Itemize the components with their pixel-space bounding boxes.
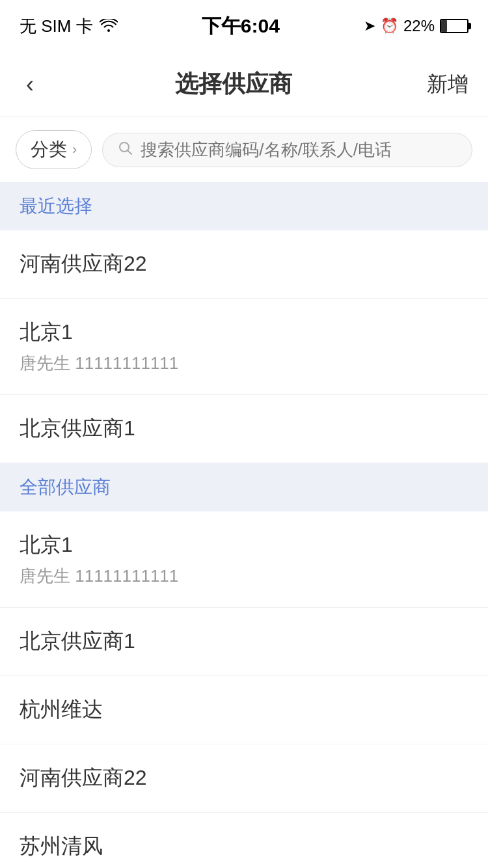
list-item[interactable]: 杭州维达 <box>0 676 488 744</box>
status-left: 无 SIM 卡 <box>20 15 118 38</box>
category-filter-button[interactable]: 分类 › <box>16 130 92 169</box>
page-title: 选择供应商 <box>175 68 292 100</box>
list-item[interactable]: 北京1唐先生 11111111111 <box>0 299 488 395</box>
alarm-icon: ⏰ <box>381 18 398 34</box>
item-name: 北京供应商1 <box>20 627 468 656</box>
chevron-icon: › <box>72 141 77 158</box>
list-item[interactable]: 北京供应商1 <box>0 608 488 676</box>
status-bar: 无 SIM 卡 下午6:04 ➤ ⏰ 22% <box>0 0 488 52</box>
status-time: 下午6:04 <box>202 13 280 40</box>
list-container: 最近选择河南供应商22北京1唐先生 11111111111北京供应商1全部供应商… <box>0 182 488 868</box>
add-button[interactable]: 新增 <box>427 70 468 99</box>
wifi-icon <box>100 16 118 36</box>
category-label: 分类 <box>31 137 67 162</box>
filter-bar: 分类 › <box>0 117 488 182</box>
battery-icon <box>440 19 468 33</box>
list-item[interactable]: 河南供应商22 <box>0 744 488 813</box>
item-name: 河南供应商22 <box>20 250 468 278</box>
item-name: 北京1 <box>20 318 468 347</box>
search-icon <box>117 140 133 160</box>
nav-bar: ‹ 选择供应商 新增 <box>0 52 488 117</box>
list-item[interactable]: 北京1唐先生 11111111111 <box>0 511 488 608</box>
section-header-all: 全部供应商 <box>0 463 488 511</box>
back-button[interactable]: ‹ <box>20 64 40 105</box>
battery-label: 22% <box>403 17 435 35</box>
search-box[interactable] <box>102 133 472 167</box>
status-right: ➤ ⏰ 22% <box>364 17 468 35</box>
list-item[interactable]: 苏州清风 <box>0 813 488 868</box>
list-item[interactable]: 河南供应商22 <box>0 230 488 299</box>
item-name: 北京1 <box>20 531 468 560</box>
section-header-recent: 最近选择 <box>0 182 488 230</box>
list-item[interactable]: 北京供应商1 <box>0 395 488 463</box>
search-input[interactable] <box>141 140 457 160</box>
item-name: 河南供应商22 <box>20 764 468 793</box>
item-name: 北京供应商1 <box>20 414 468 443</box>
svg-line-1 <box>128 150 132 154</box>
location-icon: ➤ <box>364 18 375 34</box>
item-sub: 唐先生 11111111111 <box>20 565 468 588</box>
no-sim-label: 无 SIM 卡 <box>20 15 93 38</box>
item-name: 杭州维达 <box>20 696 468 724</box>
item-name: 苏州清风 <box>20 832 468 861</box>
item-sub: 唐先生 11111111111 <box>20 352 468 375</box>
